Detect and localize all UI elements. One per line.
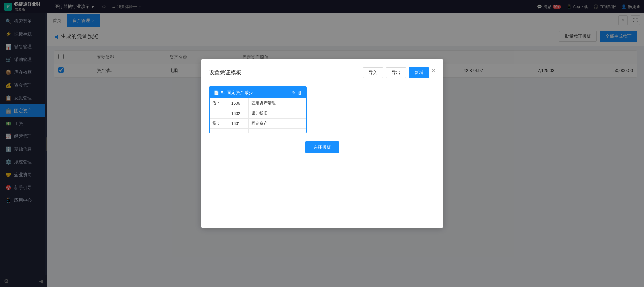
template-card-actions: ✎ 🗑: [292, 90, 302, 95]
amount-col-1: [290, 98, 298, 108]
extra-col-1: [298, 98, 306, 108]
account-code-2: 1602: [228, 108, 248, 119]
debit-label-1: 借：: [210, 98, 228, 108]
account-code-3: 1601: [228, 119, 248, 129]
account-code-4: [228, 129, 248, 133]
credit-label-3: 贷：: [210, 119, 228, 129]
modal-close-btn[interactable]: ×: [432, 67, 435, 78]
amount-col-2: [290, 108, 298, 119]
new-btn[interactable]: 新增: [409, 67, 429, 78]
modal-action-buttons: 导入 导出 新增 ×: [363, 67, 435, 78]
template-number: 5-: [221, 90, 225, 95]
choose-template-btn[interactable]: 选择模板: [305, 141, 339, 153]
debit-label-2: [210, 108, 228, 119]
extra-col-3: [298, 119, 306, 129]
account-name-2: 累计折旧: [249, 108, 290, 119]
modal-body: 📄 5-固定资产减少 ✎ 🗑 借： 1606 固: [209, 86, 435, 153]
amount-col-3: [290, 119, 298, 129]
modal-overlay[interactable]: 设置凭证模板 导入 导出 新增 × 📄 5-固定资产减少 ✎ 🗑: [0, 0, 644, 287]
template-row-3: 贷： 1601 固定资产: [210, 119, 306, 129]
account-name-3: 固定资产: [249, 119, 290, 129]
modal-title: 设置凭证模板: [209, 69, 241, 76]
template-card-body: 借： 1606 固定资产清理 1602 累计折旧: [210, 98, 306, 133]
modal-header: 设置凭证模板 导入 导出 新增 ×: [209, 67, 435, 78]
template-card-header: 📄 5-固定资产减少 ✎ 🗑: [210, 87, 306, 98]
template-card-title: 📄 5-固定资产减少: [214, 90, 253, 96]
voucher-template-modal: 设置凭证模板 导入 导出 新增 × 📄 5-固定资产减少 ✎ 🗑: [201, 59, 443, 228]
import-btn[interactable]: 导入: [363, 67, 383, 78]
template-row-1: 借： 1606 固定资产清理: [210, 98, 306, 108]
account-name-4: [249, 129, 290, 133]
choose-template-area: 选择模板: [209, 141, 435, 153]
empty-label-4: [210, 129, 228, 133]
account-name-1: 固定资产清理: [249, 98, 290, 108]
template-row-4: [210, 129, 306, 133]
amount-col-4: [290, 129, 298, 133]
extra-col-2: [298, 108, 306, 119]
template-card: 📄 5-固定资产减少 ✎ 🗑 借： 1606 固: [209, 86, 307, 133]
template-accounts-table: 借： 1606 固定资产清理 1602 累计折旧: [210, 98, 306, 133]
template-delete-icon[interactable]: 🗑: [298, 90, 302, 95]
template-row-2: 1602 累计折旧: [210, 108, 306, 119]
export-btn[interactable]: 导出: [386, 67, 406, 78]
extra-col-4: [298, 129, 306, 133]
template-name: 固定资产减少: [227, 90, 253, 96]
account-code-1: 1606: [228, 98, 248, 108]
template-edit-icon[interactable]: ✎: [292, 90, 296, 95]
template-doc-icon: 📄: [214, 90, 219, 95]
